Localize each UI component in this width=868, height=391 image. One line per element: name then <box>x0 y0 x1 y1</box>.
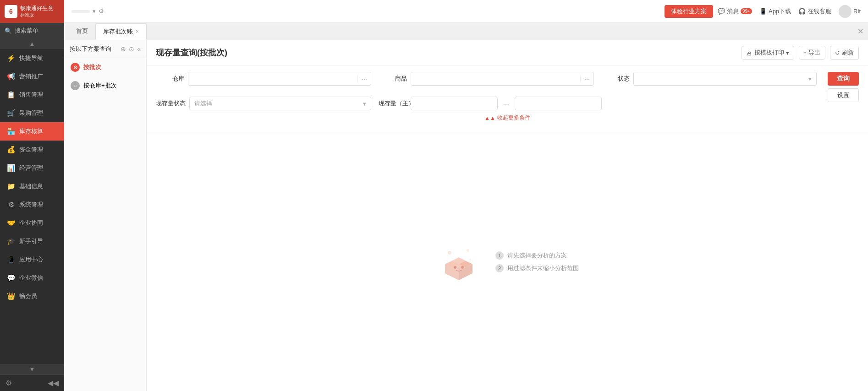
sidebar-item-label: 畅会员 <box>19 292 37 300</box>
sidebar-scroll-up[interactable]: ▲ <box>0 38 64 49</box>
sidebar-item-finance[interactable]: 💰 资金管理 <box>0 141 64 159</box>
sidebar-header: 6 畅康通好生意 标准版 <box>0 0 64 23</box>
sidebar-item-sales[interactable]: 📋 销售管理 <box>0 86 64 104</box>
sidebar-item-purchase[interactable]: 🛒 采购管理 <box>0 104 64 122</box>
guide-icon: 🎓 <box>6 237 16 245</box>
empty-illustration <box>436 239 482 285</box>
sidebar-item-label: 企业协同 <box>19 219 43 227</box>
product-more-icon[interactable]: ··· <box>580 75 593 82</box>
collapse-bar[interactable]: ▲▲ 收起更多条件 <box>156 110 859 125</box>
wechat-icon: 💬 <box>6 274 16 282</box>
sidebar-item-inventory[interactable]: 🏪 库存核算 <box>0 122 64 141</box>
svg-point-7 <box>448 251 451 255</box>
settings-icon[interactable]: ⚙ <box>5 379 12 387</box>
topbar-breadcrumb: ▾ ⚙ <box>71 8 104 15</box>
chevron-down-icon[interactable]: ▾ <box>93 8 96 15</box>
plan-icon-active: ⊙ <box>71 63 80 72</box>
svg-point-5 <box>454 266 456 269</box>
query-btn[interactable]: 查询 <box>828 72 859 86</box>
sidebar-item-member[interactable]: 👑 畅会员 <box>0 287 64 305</box>
filter-group-product: 商品 ··· <box>379 72 594 86</box>
sidebar-item-label: 快捷导航 <box>19 54 43 62</box>
sidebar: 6 畅康通好生意 标准版 🔍 搜索菜单 ▲ ⚡ 快捷导航 📢 营销推广 📋 销售… <box>0 0 64 391</box>
sidebar-item-label: 库存核算 <box>19 127 43 136</box>
stock-qty-max-input[interactable] <box>515 97 602 110</box>
settings-gear-icon[interactable]: ⚙ <box>99 8 104 15</box>
tip-num-1: 1 <box>495 251 504 260</box>
main-area: ▾ ⚙ 体验行业方案 💬 消息 99+ 📱 App下载 🎧 在线客服 Rit <box>64 0 868 391</box>
filter-row-2: 现存量状态 请选择 ▾ 现存量（主） <box>156 97 817 110</box>
filter-group-warehouse: 仓库 ··· <box>156 72 371 86</box>
status-select[interactable]: ▾ <box>633 72 817 86</box>
sidebar-item-label: 新手引导 <box>19 237 43 245</box>
export-btn[interactable]: ↑ 导出 <box>799 46 826 60</box>
warehouse-text-input[interactable] <box>188 73 357 85</box>
product-text-input[interactable] <box>411 73 580 85</box>
sidebar-item-enterprise[interactable]: 🤝 企业协同 <box>0 214 64 232</box>
empty-tips: 1 请先选择要分析的方案 2 用过滤条件来缩小分析范围 <box>495 251 579 272</box>
left-panel: 按以下方案查询 ⊕ ⊙ « ⊙ 按批次 ○ 按仓库+批次 <box>64 40 147 391</box>
sidebar-item-quick-nav[interactable]: ⚡ 快捷导航 <box>0 49 64 67</box>
operations-icon: 📊 <box>6 164 16 172</box>
plan-item-batch[interactable]: ⊙ 按批次 <box>64 58 146 76</box>
tab-bar-close-btn[interactable]: ✕ <box>857 27 863 36</box>
chevron-down-icon: ▾ <box>786 49 789 56</box>
app-version: 标准版 <box>20 12 53 18</box>
print-btn[interactable]: 🖨 按模板打印 ▾ <box>742 46 794 60</box>
apps-icon: 📱 <box>6 255 16 264</box>
app-download-label: App下载 <box>769 7 791 16</box>
sidebar-item-wechat[interactable]: 💬 企业微信 <box>0 269 64 287</box>
plan-item-warehouse-batch[interactable]: ○ 按仓库+批次 <box>64 76 146 95</box>
user-area[interactable]: Rit <box>839 5 861 18</box>
sidebar-item-label: 资金管理 <box>19 146 43 154</box>
export-icon: ↑ <box>804 49 807 56</box>
add-plan-btn[interactable]: ⊕ <box>121 45 126 53</box>
sidebar-item-marketing[interactable]: 📢 营销推广 <box>0 67 64 86</box>
basics-icon: 📁 <box>6 182 16 190</box>
avatar <box>839 5 852 18</box>
enterprise-icon: 🤝 <box>6 219 16 227</box>
sidebar-search[interactable]: 🔍 搜索菜单 <box>0 23 64 38</box>
message-btn[interactable]: 💬 消息 99+ <box>718 7 752 16</box>
settings-btn[interactable]: 设置 <box>828 88 859 102</box>
warehouse-more-icon[interactable]: ··· <box>357 75 371 82</box>
page-title: 现存量查询(按批次) <box>156 47 227 58</box>
tab-close-btn[interactable]: × <box>136 28 139 35</box>
tab-home[interactable]: 首页 <box>69 23 95 40</box>
sidebar-item-label: 系统管理 <box>19 201 43 209</box>
collapse-sidebar-icon[interactable]: ◀◀ <box>48 379 59 387</box>
tab-label: 库存批次账 <box>103 27 133 36</box>
sidebar-item-label: 基础信息 <box>19 182 43 190</box>
plan-icon-inactive: ○ <box>71 81 80 90</box>
app-download-btn[interactable]: 📱 App下载 <box>759 7 791 16</box>
sidebar-item-system[interactable]: ⚙ 系统管理 <box>0 196 64 214</box>
sidebar-item-guide[interactable]: 🎓 新手引导 <box>0 232 64 250</box>
sidebar-item-operations[interactable]: 📊 经营管理 <box>0 159 64 177</box>
status-label: 状态 <box>601 75 633 83</box>
collapse-panel-btn[interactable]: « <box>137 45 141 53</box>
tip-text-1: 请先选择要分析的方案 <box>507 251 567 260</box>
sidebar-item-apps[interactable]: 📱 应用中心 <box>0 250 64 269</box>
online-service-label: 在线客服 <box>808 7 831 16</box>
left-panel-header: 按以下方案查询 ⊕ ⊙ « <box>64 40 146 58</box>
filter-area: 仓库 ··· 商品 ··· <box>147 65 868 132</box>
sidebar-item-basics[interactable]: 📁 基础信息 <box>0 177 64 196</box>
online-service-btn[interactable]: 🎧 在线客服 <box>798 7 831 16</box>
sidebar-item-label: 采购管理 <box>19 109 43 117</box>
tab-inventory-batch[interactable]: 库存批次账 × <box>95 23 147 40</box>
sidebar-item-label: 经营管理 <box>19 164 43 172</box>
stock-qty-label: 现存量（主） <box>379 99 411 108</box>
page-header: 现存量查询(按批次) 🖨 按模板打印 ▾ ↑ 导出 ↺ 刷新 <box>147 40 868 65</box>
stock-status-select[interactable]: 请选择 ▾ <box>189 97 371 110</box>
product-input[interactable]: ··· <box>411 72 594 86</box>
member-icon: 👑 <box>6 292 16 300</box>
settings-plan-btn[interactable]: ⊙ <box>129 45 134 53</box>
experience-btn[interactable]: 体验行业方案 <box>665 5 713 18</box>
warehouse-input[interactable]: ··· <box>188 72 371 86</box>
chevron-down-icon: ▾ <box>808 76 812 82</box>
sidebar-scroll-down[interactable]: ▼ <box>0 364 64 375</box>
stock-status-placeholder: 请选择 <box>194 99 212 108</box>
stock-qty-min-input[interactable] <box>411 97 498 110</box>
breadcrumb-text <box>71 10 90 13</box>
refresh-btn[interactable]: ↺ 刷新 <box>830 46 859 60</box>
